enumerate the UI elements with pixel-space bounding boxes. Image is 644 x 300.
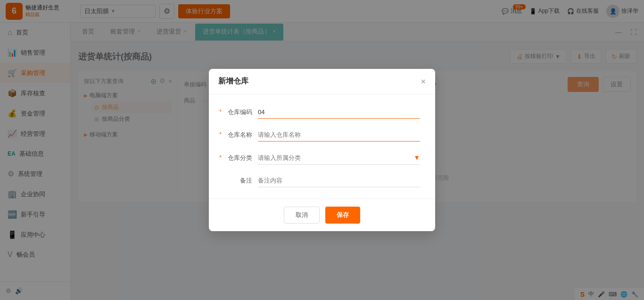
modal-header: 新增仓库 × bbox=[209, 69, 435, 94]
modal-overlay[interactable]: 新增仓库 × 仓库编码 仓库名称 仓库分类 ▼ bbox=[0, 0, 644, 300]
warehouse-name-input[interactable] bbox=[258, 128, 420, 142]
modal-new-warehouse: 新增仓库 × 仓库编码 仓库名称 仓库分类 ▼ bbox=[209, 69, 435, 231]
warehouse-category-input[interactable] bbox=[258, 154, 413, 161]
modal-close-btn[interactable]: × bbox=[421, 77, 426, 86]
warehouse-name-label: 仓库名称 bbox=[224, 131, 252, 139]
modal-body: 仓库编码 仓库名称 仓库分类 ▼ 备注 bbox=[209, 94, 435, 199]
form-row-remark: 备注 bbox=[224, 174, 420, 187]
cancel-button[interactable]: 取消 bbox=[284, 207, 320, 224]
warehouse-category-select-wrapper[interactable]: ▼ bbox=[258, 151, 420, 165]
warehouse-code-label: 仓库编码 bbox=[224, 108, 252, 117]
category-dropdown-arrow: ▼ bbox=[413, 154, 420, 161]
form-row-code: 仓库编码 bbox=[224, 106, 420, 119]
save-button[interactable]: 保存 bbox=[325, 207, 360, 224]
modal-title: 新增仓库 bbox=[218, 76, 248, 86]
modal-footer: 取消 保存 bbox=[209, 199, 435, 231]
warehouse-code-input[interactable] bbox=[258, 106, 420, 119]
warehouse-category-label: 仓库分类 bbox=[224, 154, 252, 162]
form-row-category: 仓库分类 ▼ bbox=[224, 151, 420, 165]
form-row-name: 仓库名称 bbox=[224, 128, 420, 142]
remark-input[interactable] bbox=[258, 174, 420, 187]
remark-label: 备注 bbox=[224, 176, 252, 185]
